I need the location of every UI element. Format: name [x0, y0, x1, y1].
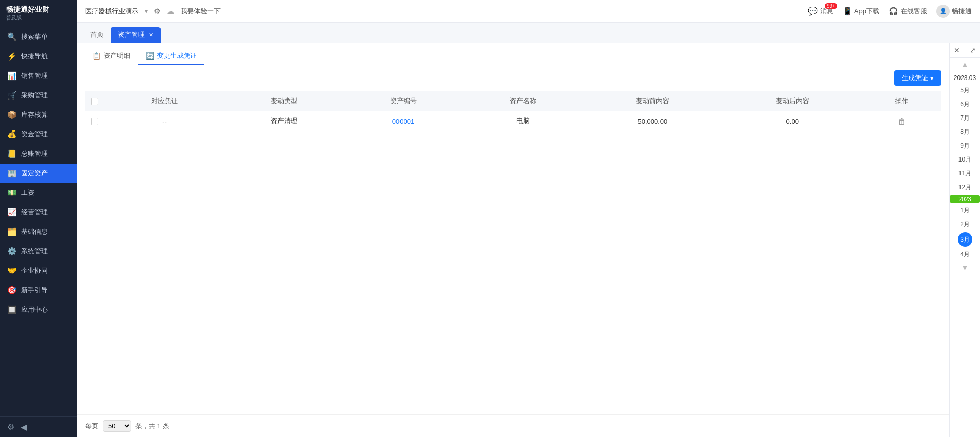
cell-action[interactable]: 🗑	[863, 111, 941, 131]
sidebar-scroll: 🔍 搜索菜单 ⚡ 快捷导航 📊 销售管理 🛒 采购管理 📦 库存核算 💰 资金管…	[0, 27, 77, 416]
asset-table: 对应凭证 变动类型 资产编号 资产名称 变动前内容 变动后内容 操作	[85, 91, 941, 131]
inventory-icon: 📦	[7, 110, 17, 120]
scroll-down-icon[interactable]: ▼	[959, 262, 971, 274]
per-page-label: 每页	[85, 422, 98, 431]
content-inner: 📋 资产明细 🔄 变更生成凭证 生成凭证 ▾	[77, 43, 949, 437]
month-6[interactable]: 6月	[950, 97, 980, 111]
month-12[interactable]: 12月	[950, 181, 980, 194]
per-page-select[interactable]: 50 10 20 100	[103, 420, 131, 432]
topbar-right: 💬 消息 99+ 📱 App下载 🎧 在线客服 👤 畅捷通	[808, 5, 972, 18]
sidebar-item-collab[interactable]: 🤝 企业协同	[0, 261, 77, 281]
month-5[interactable]: 5月	[950, 84, 980, 97]
sidebar-item-finance[interactable]: 💰 资金管理	[0, 125, 77, 144]
sidebar-item-label: 快捷导航	[21, 52, 48, 61]
tab-asset-management[interactable]: 资产管理 ✕	[111, 27, 161, 43]
month-1[interactable]: 1月	[950, 204, 980, 217]
sidebar-item-inventory[interactable]: 📦 库存核算	[0, 105, 77, 125]
sidebar-item-purchase[interactable]: 🛒 采购管理	[0, 86, 77, 105]
topbar-online-service[interactable]: 🎧 在线客服	[889, 7, 927, 16]
month-7[interactable]: 7月	[950, 111, 980, 125]
message-badge: 99+	[825, 3, 837, 9]
sidebar-item-search[interactable]: 🔍 搜索菜单	[0, 27, 77, 47]
cell-asset-name: 电脑	[463, 111, 583, 131]
month-4[interactable]: 4月	[950, 248, 980, 262]
year-badge[interactable]: 2023	[950, 195, 980, 203]
sidebar-item-system[interactable]: ⚙️ 系统管理	[0, 242, 77, 261]
row-checkbox[interactable]	[91, 118, 98, 125]
topbar-title: 医疗器械行业演示	[85, 7, 138, 16]
topbar-cloud-icon: ☁	[167, 7, 174, 16]
tab-home[interactable]: 首页	[85, 27, 109, 43]
sidebar-item-label: 新手引导	[21, 286, 48, 295]
sidebar-item-label: 搜索菜单	[21, 32, 48, 42]
sidebar-item-nav[interactable]: ⚡ 快捷导航	[0, 47, 77, 66]
cell-before: 50,000.00	[583, 111, 723, 131]
topbar-experience[interactable]: 我要体验一下	[181, 7, 221, 16]
row-checkbox-cell[interactable]	[85, 111, 105, 131]
table-row: -- 资产清理 000001 电脑 50,000.00 0.00 🗑	[85, 111, 941, 131]
sidebar-item-label: 系统管理	[21, 247, 48, 256]
sales-icon: 📊	[7, 71, 17, 81]
sidebar-item-basic-info[interactable]: 🗂️ 基础信息	[0, 222, 77, 242]
topbar-user[interactable]: 👤 畅捷通	[936, 5, 972, 18]
month-11[interactable]: 11月	[950, 167, 980, 181]
month-3-current[interactable]: 3月	[958, 232, 972, 247]
sidebar-item-app-center[interactable]: 🔲 应用中心	[0, 300, 77, 320]
month-2[interactable]: 2月	[950, 217, 980, 231]
table-toolbar: 生成凭证 ▾	[77, 65, 949, 91]
sidebar-item-sales[interactable]: 📊 销售管理	[0, 66, 77, 86]
col-after: 变动后内容	[723, 91, 863, 111]
close-right-panel-icon[interactable]: ✕	[954, 46, 960, 54]
col-action: 操作	[863, 91, 941, 111]
generate-voucher-button[interactable]: 生成凭证 ▾	[894, 70, 941, 86]
sidebar-item-label: 基础信息	[21, 227, 48, 236]
sidebar-item-label: 固定资产	[21, 169, 48, 178]
sidebar-item-label: 企业协同	[21, 266, 48, 275]
year-label: 2023.03	[954, 70, 976, 84]
scroll-up-icon[interactable]: ▲	[959, 58, 971, 70]
delete-row-icon[interactable]: 🗑	[898, 117, 906, 126]
select-all-checkbox[interactable]	[91, 98, 98, 105]
col-asset-no: 资产编号	[344, 91, 463, 111]
sidebar-item-label: 资金管理	[21, 130, 48, 139]
topbar: 医疗器械行业演示 ▾ ⚙ ☁ 我要体验一下 💬 消息 99+ 📱 App下载 🎧…	[77, 0, 980, 23]
sidebar-item-ledger[interactable]: 📒 总账管理	[0, 144, 77, 164]
sidebar-item-label: 销售管理	[21, 71, 48, 81]
month-list: ▲ 2023.03 5月 6月 7月 8月 9月 10月 11月 12月 202…	[950, 58, 980, 437]
message-icon: 💬	[808, 6, 818, 16]
month-8[interactable]: 8月	[950, 125, 980, 139]
cell-voucher: --	[105, 111, 224, 131]
sidebar-bottom: ⚙ ◀	[0, 416, 77, 437]
month-10[interactable]: 10月	[950, 153, 980, 167]
app-edition: 普及版	[6, 14, 71, 22]
sidebar-item-guide[interactable]: 🎯 新手引导	[0, 281, 77, 300]
select-all-header[interactable]	[85, 91, 105, 111]
topbar-gear-icon[interactable]: ⚙	[154, 7, 161, 16]
content-area: 📋 资产明细 🔄 变更生成凭证 生成凭证 ▾	[77, 43, 980, 437]
tab-close-icon[interactable]: ✕	[149, 32, 153, 38]
subtab-change-voucher[interactable]: 🔄 变更生成凭证	[138, 48, 204, 65]
fixed-assets-icon: 🏢	[7, 169, 17, 178]
app-center-icon: 🔲	[7, 305, 17, 314]
subtab-asset-detail[interactable]: 📋 资产明细	[85, 48, 137, 65]
sidebar-item-management[interactable]: 📈 经营管理	[0, 203, 77, 222]
management-icon: 📈	[7, 208, 17, 217]
avatar: 👤	[936, 5, 950, 18]
sidebar-item-salary[interactable]: 💵 工资	[0, 183, 77, 203]
topbar-message[interactable]: 💬 消息 99+	[808, 6, 833, 16]
sidebar-item-label: 应用中心	[21, 305, 48, 314]
sidebar-item-fixed-assets[interactable]: 🏢 固定资产	[0, 164, 77, 183]
topbar-arrow-icon[interactable]: ▾	[145, 8, 148, 15]
table-wrap: 对应凭证 变动类型 资产编号 资产名称 变动前内容 变动后内容 操作	[77, 91, 949, 414]
tabbar: 首页 资产管理 ✕	[77, 23, 980, 43]
collapse-icon[interactable]: ◀	[21, 422, 27, 432]
topbar-app-download[interactable]: 📱 App下载	[843, 7, 879, 16]
sidebar-item-label: 库存核算	[21, 110, 48, 120]
service-icon: 🎧	[889, 7, 898, 16]
month-9[interactable]: 9月	[950, 139, 980, 153]
settings-bottom-icon[interactable]: ⚙	[7, 422, 14, 432]
col-before: 变动前内容	[583, 91, 723, 111]
expand-right-panel-icon[interactable]: ⤢	[970, 46, 976, 54]
total-text: 条，共 1 条	[135, 422, 169, 431]
collab-icon: 🤝	[7, 266, 17, 275]
